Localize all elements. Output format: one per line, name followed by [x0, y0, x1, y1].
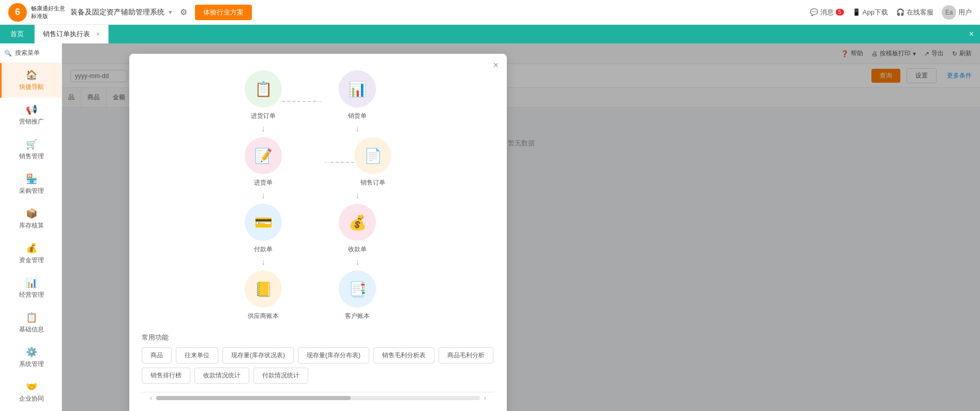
avatar: Ea: [942, 5, 956, 20]
sales-order-circle: 📄: [354, 137, 391, 174]
func-btn-stock-status[interactable]: 现存量(库存状况表): [222, 347, 294, 363]
app-download-button[interactable]: 📱 App下载: [852, 8, 888, 17]
flow-col-right: 📊 销货单 ↓ ←: [323, 70, 391, 321]
logo-area: 6 畅康通好生意 标准版: [8, 3, 70, 22]
scroll-left-arrow[interactable]: ‹: [150, 394, 152, 402]
sidebar-item-finance[interactable]: 💰 资金管理: [0, 236, 62, 271]
scrollbar-area: ‹ ›: [142, 392, 494, 404]
sales-order-icon: 📄: [364, 147, 382, 164]
func-buttons-row2: 销售排行榜 收款情况统计 付款情况统计: [142, 368, 494, 384]
flow-diagram: 📋 进货订单 ↓ 📝 进货单: [142, 66, 494, 329]
scrollbar-thumb[interactable]: [156, 396, 351, 400]
sidebar-item-inventory[interactable]: 📦 库存核算: [0, 202, 62, 236]
message-badge: 5: [836, 9, 844, 16]
enterprise-icon: 🤝: [26, 381, 37, 392]
sidebar-item-enterprise[interactable]: 🤝 企业协同: [0, 375, 62, 409]
payment-bill-icon: 💳: [254, 214, 273, 231]
sales-bill-icon: 📊: [349, 81, 367, 98]
settings-button[interactable]: ⚙: [176, 5, 191, 20]
sidebar-item-operations[interactable]: 📊 经营管理: [0, 271, 62, 306]
flow-node-purchase-order[interactable]: 📋 进货订单: [245, 70, 282, 120]
basic-info-icon: 📋: [26, 312, 37, 323]
purchase-order-icon: 📋: [254, 81, 273, 98]
popup-close-button[interactable]: ×: [493, 60, 499, 71]
h-connectors: →: [282, 83, 323, 294]
func-btn-goods-profit[interactable]: 商品毛利分析: [439, 347, 493, 363]
main-layout: 🔍 搜索菜单 🏠 快捷导航 📢 营销推广 🛒 销售管理 🏪 采购管理 📦 库存核…: [0, 43, 980, 411]
finance-icon: 💰: [26, 242, 37, 254]
logo-text: 畅康通好生意 标准版: [31, 5, 65, 20]
receipt-bill-circle: 💰: [339, 204, 376, 241]
sidebar: 🔍 搜索菜单 🏠 快捷导航 📢 营销推广 🛒 销售管理 🏪 采购管理 📦 库存核…: [0, 43, 62, 411]
user-area[interactable]: Ea 用户: [942, 5, 972, 20]
tab-bar: 首页 销售订单执行表 × ×: [0, 25, 980, 43]
flow-node-sales-order[interactable]: 📄 销售订单: [354, 137, 391, 187]
search-menu[interactable]: 🔍 搜索菜单: [0, 43, 62, 63]
service-icon: 🎧: [896, 8, 904, 16]
func-btn-stock-dist[interactable]: 现存量(库存分布表): [298, 347, 369, 363]
flow-node-receipt-bill[interactable]: 💰 收款单: [339, 204, 376, 254]
customer-account-icon: 📑: [349, 281, 367, 298]
system-title: 装备及固定资产辅助管理系统: [70, 8, 164, 17]
func-buttons: 商品 往来单位 现存量(库存状况表) 现存量(库存分布表) 销售毛利分析表 商品…: [142, 347, 494, 363]
scroll-right-arrow[interactable]: ›: [484, 394, 486, 402]
logo-icon: 6: [8, 3, 27, 22]
func-btn-sales-profit[interactable]: 销售毛利分析表: [373, 347, 434, 363]
sidebar-item-basic-info[interactable]: 📋 基础信息: [0, 306, 62, 340]
arrow-down-5: ↓: [355, 187, 359, 204]
payment-bill-circle: 💳: [245, 204, 282, 241]
sales-order-row: ← 📄 销售订单: [323, 137, 391, 187]
func-btn-partners[interactable]: 往来单位: [176, 347, 218, 363]
arrow-down-1: ↓: [261, 120, 265, 137]
purchase-bill-circle: 📝: [245, 137, 282, 174]
tab-home[interactable]: 首页: [0, 25, 35, 43]
func-btn-goods[interactable]: 商品: [142, 347, 172, 363]
scrollbar-track: [156, 396, 480, 400]
arrow-down-2: ↓: [261, 187, 265, 204]
common-functions-title: 常用功能: [142, 333, 494, 342]
top-header: 6 畅康通好生意 标准版 装备及固定资产辅助管理系统 ▾ ⚙ 体验行业方案 💬 …: [0, 0, 980, 25]
header-right: 💬 消息 5 📱 App下载 🎧 在线客服 Ea 用户: [810, 5, 972, 20]
quick-nav-icon: 🏠: [26, 69, 37, 81]
flow-col-left: 📋 进货订单 ↓ 📝 进货单: [245, 70, 282, 321]
flow-node-supplier-account[interactable]: 📒 供应商账本: [245, 270, 282, 321]
flow-node-customer-account[interactable]: 📑 客户账本: [339, 270, 376, 321]
sales-icon: 🛒: [26, 139, 37, 150]
arrow-down-3: ↓: [261, 254, 265, 270]
flow-node-sales-bill[interactable]: 📊 销货单: [339, 70, 376, 120]
sidebar-item-quick-nav[interactable]: 🏠 快捷导航: [0, 63, 62, 98]
func-btn-receipt-stats[interactable]: 收款情况统计: [194, 368, 249, 384]
dropdown-arrow-icon[interactable]: ▾: [169, 8, 172, 16]
message-icon: 💬: [810, 8, 818, 16]
func-btn-payment-stats[interactable]: 付款情况统计: [253, 368, 308, 384]
receipt-bill-icon: 💰: [349, 214, 367, 231]
func-btn-sales-rank[interactable]: 销售排行榜: [142, 368, 190, 384]
supplier-account-circle: 📒: [245, 270, 282, 308]
service-button[interactable]: 🎧 在线客服: [896, 8, 933, 17]
flow-node-payment-bill[interactable]: 💳 付款单: [245, 204, 282, 254]
trial-button[interactable]: 体验行业方案: [195, 5, 252, 20]
tab-sales-order[interactable]: 销售订单执行表 ×: [35, 25, 109, 43]
customer-account-circle: 📑: [339, 270, 376, 308]
system-title-area: 装备及固定资产辅助管理系统 ▾ ⚙ 体验行业方案: [70, 5, 810, 20]
quickguide-popup: × 📋 进货订单 ↓: [129, 54, 507, 411]
common-functions: 常用功能 商品 往来单位 现存量(库存状况表) 现存量(库存分布表) 销售毛利分…: [142, 333, 494, 384]
content-area: ❓ 帮助 🖨 按模板打印 ▾ ↗ 导出 ↻ 刷新 📅 单据状态: [62, 43, 980, 411]
arrow-down-6: ↓: [355, 254, 359, 270]
arrow-down-4: ↓: [355, 120, 359, 137]
purchase-bill-icon: 📝: [254, 147, 273, 164]
tab-close-icon[interactable]: ×: [96, 31, 100, 38]
purchase-order-circle: 📋: [245, 70, 282, 108]
marketing-icon: 📢: [26, 104, 37, 115]
flow-node-purchase-bill[interactable]: 📝 进货单: [245, 137, 282, 187]
sales-bill-circle: 📊: [339, 70, 376, 108]
app-icon: 📱: [852, 8, 861, 16]
tab-bar-close-button[interactable]: ×: [963, 29, 980, 39]
sidebar-item-marketing[interactable]: 📢 营销推广: [0, 98, 62, 132]
sidebar-item-purchase[interactable]: 🏪 采购管理: [0, 167, 62, 202]
purchase-icon: 🏪: [26, 173, 37, 185]
supplier-account-icon: 📒: [254, 281, 273, 298]
message-button[interactable]: 💬 消息 5: [810, 8, 844, 17]
sidebar-item-sales[interactable]: 🛒 销售管理: [0, 132, 62, 167]
sidebar-item-system[interactable]: ⚙️ 系统管理: [0, 340, 62, 375]
